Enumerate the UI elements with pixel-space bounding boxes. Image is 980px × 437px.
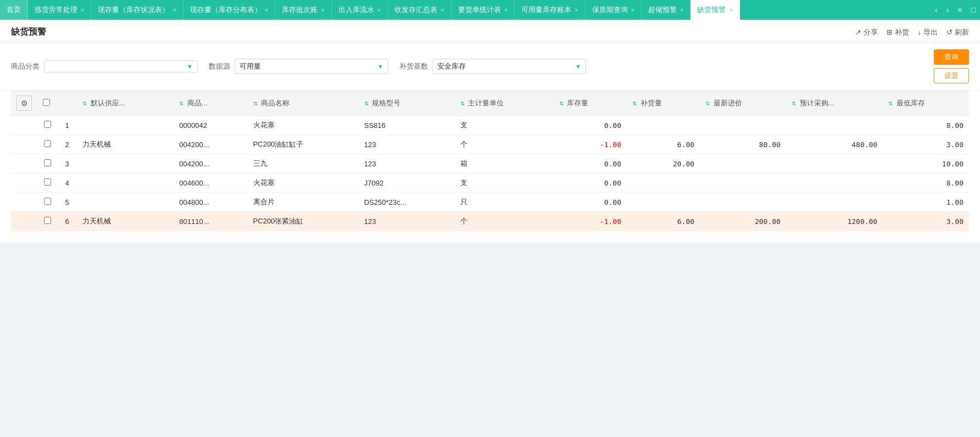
row-checkbox-cell[interactable]: [37, 173, 57, 193]
share-btn[interactable]: ↗ 分享: [855, 27, 878, 37]
row-stock: 0.00: [554, 116, 627, 135]
tab-inout-flow[interactable]: 出入库流水 ×: [332, 0, 388, 20]
settings-button[interactable]: 设置: [934, 68, 969, 83]
row-supplier: [77, 173, 174, 193]
row-unit: 支: [455, 173, 554, 193]
tab-inventory-status-close[interactable]: ×: [172, 7, 176, 13]
row-settings-cell: [11, 135, 37, 154]
row-min-stock: 3.00: [883, 212, 969, 231]
col-product-name[interactable]: ⇅ 商品名称: [248, 91, 359, 116]
row-checkbox-cell[interactable]: [37, 116, 57, 135]
tab-abnormal-close[interactable]: ×: [81, 7, 84, 13]
page-title: 缺货预警: [11, 26, 46, 38]
header-actions: ↗ 分享 ⊞ 补货 ↓ 导出 ↺ 刷新: [855, 27, 970, 37]
tab-inout-flow-close[interactable]: ×: [377, 7, 381, 13]
tab-abnormal[interactable]: 拣货异常处理 ×: [28, 0, 91, 20]
row-checkbox-cell[interactable]: [37, 193, 57, 212]
replenish-base-value: 安全库存: [437, 61, 466, 71]
select-all-checkbox[interactable]: [43, 99, 50, 106]
row-est-purchase: [786, 154, 883, 173]
tab-available-ledger-close[interactable]: ×: [575, 7, 578, 13]
tab-shortage-close[interactable]: ×: [729, 7, 732, 13]
datasource-select-arrow-icon: ▼: [377, 63, 383, 70]
tab-demand-stat-close[interactable]: ×: [504, 7, 508, 13]
col-default-supplier[interactable]: ⇅ 默认供应...: [77, 91, 174, 116]
tab-expiry-query[interactable]: 保质期查询 ×: [586, 0, 642, 20]
tab-home[interactable]: 首页: [0, 0, 28, 20]
sort-icon-code: ⇅: [179, 100, 183, 107]
tab-expiry-query-close[interactable]: ×: [631, 7, 634, 13]
row-unit: 个: [455, 135, 554, 154]
tab-demand-stat[interactable]: 要货单统计表 ×: [452, 0, 515, 20]
row-no: 3: [57, 154, 77, 173]
refresh-icon: ↺: [946, 28, 953, 36]
category-select[interactable]: ▼: [44, 60, 198, 72]
tab-next-btn[interactable]: ›: [942, 0, 954, 20]
row-checkbox[interactable]: [44, 198, 51, 205]
tab-overstock[interactable]: 超储预警 ×: [642, 0, 691, 20]
col-spec[interactable]: ⇅ 规格型号: [359, 91, 455, 116]
row-spec: J7092: [359, 173, 455, 193]
tab-recv-summary[interactable]: 收发存汇总表 ×: [388, 0, 451, 20]
col-min-stock[interactable]: ⇅ 最低库存: [883, 91, 969, 116]
tab-shortage[interactable]: 缺货预警 ×: [691, 0, 739, 20]
row-est-purchase: [786, 116, 883, 135]
row-latest-price: [700, 193, 786, 212]
query-button[interactable]: 查询: [934, 49, 969, 65]
table-row: 1 0000042 火花塞 SS816 支 0.00 8.00: [11, 116, 969, 135]
row-checkbox[interactable]: [44, 178, 51, 186]
replenish-btn[interactable]: ⊞ 补货: [887, 27, 909, 37]
row-no: 2: [57, 135, 77, 154]
tab-close-all-btn[interactable]: ×: [953, 0, 966, 20]
row-checkbox[interactable]: [44, 159, 51, 166]
tab-restore-btn[interactable]: □: [967, 0, 980, 20]
col-est-purchase[interactable]: ⇅ 预计采购...: [786, 91, 883, 116]
tab-inventory-status[interactable]: 现存量（库存状况表） ×: [91, 0, 183, 20]
replenish-base-label: 补货基数: [399, 61, 428, 71]
row-spec: 123: [359, 135, 455, 154]
tab-overstock-close[interactable]: ×: [680, 7, 683, 13]
row-supplier: [77, 154, 174, 173]
col-unit[interactable]: ⇅ 主计量单位: [455, 91, 554, 116]
column-settings-icon[interactable]: ⚙: [16, 96, 32, 111]
row-spec: DS250*23c...: [359, 193, 455, 212]
replenish-base-select[interactable]: 安全库存 ▼: [432, 59, 586, 74]
row-checkbox-cell[interactable]: [37, 154, 57, 173]
row-replenish-qty: [627, 193, 700, 212]
row-unit: 个: [455, 212, 554, 231]
tab-batch-account[interactable]: 库存批次账 ×: [275, 0, 331, 20]
tab-available-ledger[interactable]: 可用量库存账本 ×: [515, 0, 585, 20]
tab-nav-controls: ‹ › × □: [931, 0, 980, 20]
tab-prev-btn[interactable]: ‹: [931, 0, 942, 20]
tab-inventory-dist[interactable]: 现存量（库存分布表） ×: [183, 0, 275, 20]
refresh-btn[interactable]: ↺ 刷新: [946, 27, 969, 37]
row-name: 三九: [248, 154, 359, 173]
row-settings-cell: [11, 173, 37, 193]
row-latest-price: [700, 116, 786, 135]
replenish-base-filter-group: 补货基数 安全库存 ▼: [399, 59, 586, 74]
row-replenish-qty: 6.00: [627, 212, 700, 231]
row-settings-cell: [11, 212, 37, 231]
col-product-code[interactable]: ⇅ 商品...: [174, 91, 247, 116]
table-header-row: ⚙ ⇅ 默认供应... ⇅ 商品... ⇅: [11, 91, 969, 116]
row-checkbox[interactable]: [44, 217, 51, 224]
tab-inventory-dist-close[interactable]: ×: [265, 7, 268, 13]
row-checkbox-cell[interactable]: [37, 212, 57, 231]
row-min-stock: 8.00: [883, 173, 969, 193]
col-latest-price[interactable]: ⇅ 最新进价: [700, 91, 786, 116]
row-checkbox-cell[interactable]: [37, 135, 57, 154]
tab-batch-account-close[interactable]: ×: [321, 7, 324, 13]
col-replenish-qty[interactable]: ⇅ 补货量: [627, 91, 700, 116]
export-btn[interactable]: ↓ 导出: [918, 27, 938, 37]
row-stock: 0.00: [554, 193, 627, 212]
tab-recv-summary-close[interactable]: ×: [441, 7, 444, 13]
sort-icon-replenish: ⇅: [632, 100, 637, 107]
row-checkbox[interactable]: [44, 140, 51, 147]
page-header: 缺货预警 ↗ 分享 ⊞ 补货 ↓ 导出 ↺ 刷新: [0, 20, 980, 43]
datasource-select[interactable]: 可用量 ▼: [235, 59, 388, 74]
row-no: 1: [57, 116, 77, 135]
row-checkbox[interactable]: [44, 121, 51, 128]
row-min-stock: 10.00: [883, 154, 969, 173]
col-stock[interactable]: ⇅ 库存量: [554, 91, 627, 116]
row-est-purchase: 480.00: [786, 135, 883, 154]
